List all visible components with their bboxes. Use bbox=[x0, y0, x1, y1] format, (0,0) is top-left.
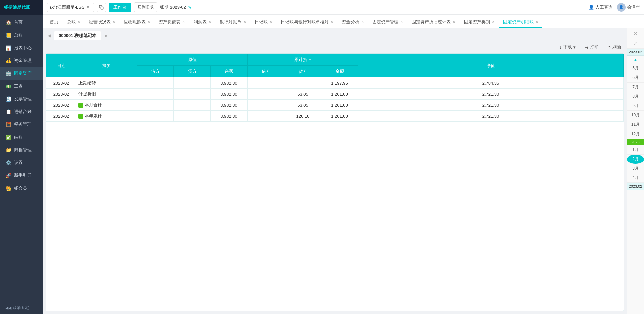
sidebar-label-3: 资金管理 bbox=[14, 58, 32, 64]
tab-总账[interactable]: 总账× bbox=[63, 17, 84, 28]
cell-net-value-2: 2,721.30 bbox=[358, 100, 624, 111]
tab-首页[interactable]: 首页 bbox=[46, 17, 62, 28]
right-panel-month-9[interactable]: 1月 bbox=[627, 145, 644, 155]
tab-应收账龄表[interactable]: 应收账龄表× bbox=[120, 17, 154, 28]
cell-orig-debit-0 bbox=[137, 77, 174, 89]
cell-orig-debit-2 bbox=[137, 100, 174, 111]
sidebar-item-归档管理[interactable]: 📁归档管理 bbox=[0, 144, 43, 156]
refresh-btn[interactable]: ↺ 刷新 bbox=[605, 43, 624, 51]
tab-close-8[interactable]: × bbox=[331, 20, 333, 24]
tab-close-11[interactable]: × bbox=[453, 20, 455, 24]
right-panel-scroll-up-btn[interactable]: ▲ bbox=[627, 56, 644, 64]
sidebar-icon-6: 🧾 bbox=[5, 96, 11, 102]
user-name: 徐泽华 bbox=[627, 4, 640, 10]
download-btn[interactable]: ↓ 下载 ▾ bbox=[557, 43, 579, 51]
right-panel-year-top[interactable]: 2023.02 bbox=[627, 49, 644, 56]
tab-close-10[interactable]: × bbox=[400, 20, 403, 24]
copy-icon-btn[interactable] bbox=[97, 3, 106, 12]
header-service-btn[interactable]: 👤 人工客询 bbox=[589, 4, 613, 10]
sidebar-collapse-btn[interactable]: ◀◀ 取消固定 bbox=[0, 302, 43, 314]
sub-tab-next-btn[interactable]: ▶ bbox=[103, 32, 109, 39]
tab-固定资产折旧统计表[interactable]: 固定资产折旧统计表× bbox=[408, 17, 459, 28]
cell-date-3: 2023-02 bbox=[46, 111, 76, 122]
sidebar-item-新手引导[interactable]: 🚀新手引导 bbox=[0, 169, 43, 182]
tab-日记账[interactable]: 日记账× bbox=[251, 17, 276, 28]
sidebar-item-固定资产[interactable]: 🏢固定资产 bbox=[0, 67, 43, 80]
right-panel-month-11[interactable]: 3月 bbox=[627, 164, 644, 173]
sub-tab-prev-btn[interactable]: ◀ bbox=[46, 32, 52, 39]
sidebar-icon-1: 📒 bbox=[5, 32, 11, 38]
sidebar-icon-12: 🚀 bbox=[5, 172, 11, 178]
tab-银行对账单[interactable]: 银行对账单× bbox=[216, 17, 250, 28]
sub-tab-item[interactable]: 000001 联想笔记本 bbox=[54, 31, 101, 40]
cell-date-2: 2023-02 bbox=[46, 100, 76, 111]
right-panel-month-6[interactable]: 11月 bbox=[627, 120, 644, 129]
badge-icon-3 bbox=[78, 114, 83, 119]
tab-资金分析[interactable]: 资金分析× bbox=[338, 17, 368, 28]
right-panel-month-3[interactable]: 8月 bbox=[627, 92, 644, 101]
col-orig-balance: 余额 bbox=[211, 66, 248, 77]
tab-label-3: 应收账龄表 bbox=[124, 19, 146, 25]
tab-close-4[interactable]: × bbox=[182, 20, 185, 24]
right-panel-month-0[interactable]: 5月 bbox=[627, 64, 644, 73]
right-panel-month-5[interactable]: 10月 bbox=[627, 111, 644, 120]
tab-固定资产类别[interactable]: 固定资产类别× bbox=[460, 17, 498, 28]
tab-close-9[interactable]: × bbox=[361, 20, 364, 24]
period-edit-icon[interactable]: ✎ bbox=[187, 5, 192, 10]
sidebar-item-总账[interactable]: 📒总账 bbox=[0, 29, 43, 42]
right-panel-year-bottom[interactable]: 2023.02 bbox=[627, 183, 644, 190]
sidebar-label-10: 归档管理 bbox=[14, 147, 32, 153]
tab-资产负债表[interactable]: 资产负债表× bbox=[155, 17, 189, 28]
sidebar-item-首页[interactable]: 🏠首页 bbox=[0, 16, 43, 29]
cell-net-value-3: 2,721.30 bbox=[358, 111, 624, 122]
tab-close-1[interactable]: × bbox=[78, 20, 80, 24]
expand-right-panel-btn[interactable]: ⤢ bbox=[627, 39, 644, 49]
right-panel-year-badge-8[interactable]: 2023 bbox=[627, 139, 644, 145]
tab-close-5[interactable]: × bbox=[209, 20, 211, 24]
right-panel-month-active[interactable]: 2月 bbox=[627, 155, 644, 164]
sidebar-item-税务管理[interactable]: 🧮税务管理 bbox=[0, 118, 43, 131]
cell-orig-credit-0 bbox=[174, 77, 211, 89]
table-row: 2023-02 本月合计 3,982.30 63.05 1,261.00 2,7… bbox=[46, 100, 624, 111]
cell-dep-debit-0 bbox=[248, 77, 284, 89]
service-icon: 👤 bbox=[589, 5, 594, 10]
company-selector[interactable]: (劝)江西服星-LSS ▼ bbox=[47, 3, 94, 12]
close-right-panel-btn[interactable]: ✕ bbox=[627, 28, 644, 39]
tab-固定资产明细账[interactable]: 固定资产明细账× bbox=[499, 17, 542, 28]
sidebar-item-进销台账[interactable]: 📋进销台账 bbox=[0, 105, 43, 118]
right-panel-month-1[interactable]: 6月 bbox=[627, 73, 644, 83]
right-panel-month-4[interactable]: 9月 bbox=[627, 101, 644, 111]
sidebar-item-畅会员[interactable]: 👑畅会员 bbox=[0, 182, 43, 195]
cell-orig-balance-2: 3,982.30 bbox=[211, 100, 248, 111]
tab-close-2[interactable]: × bbox=[113, 20, 115, 24]
tab-利润表[interactable]: 利润表× bbox=[190, 17, 215, 28]
tab-close-3[interactable]: × bbox=[148, 20, 150, 24]
sidebar-item-工资[interactable]: 💵工资 bbox=[0, 80, 43, 93]
tab-close-13[interactable]: × bbox=[536, 20, 538, 24]
tab-close-6[interactable]: × bbox=[244, 20, 246, 24]
sidebar-item-发票管理[interactable]: 🧾发票管理 bbox=[0, 93, 43, 105]
badge-icon-2 bbox=[78, 103, 83, 108]
right-panel-month-7[interactable]: 12月 bbox=[627, 129, 644, 139]
sidebar-item-设置[interactable]: ⚙️设置 bbox=[0, 156, 43, 169]
header-user-btn[interactable]: 👤 徐泽华 bbox=[617, 3, 640, 12]
sidebar-item-报表中心[interactable]: 📊报表中心 bbox=[0, 42, 43, 54]
tab-日记账与银行对账单核对[interactable]: 日记账与银行对账单核对× bbox=[277, 17, 337, 28]
right-panel-month-12[interactable]: 4月 bbox=[627, 173, 644, 183]
tab-close-7[interactable]: × bbox=[270, 20, 272, 24]
col-date: 日期 bbox=[46, 54, 76, 77]
workbench-button[interactable]: 工作台 bbox=[109, 3, 131, 12]
sidebar-item-结账[interactable]: ✅结账 bbox=[0, 131, 43, 144]
table-row: 2023-02 本年累计 3,982.30 126.10 1,261.00 2,… bbox=[46, 111, 624, 122]
cell-orig-balance-1: 3,982.30 bbox=[211, 89, 248, 100]
sidebar-item-资金管理[interactable]: 💰资金管理 bbox=[0, 54, 43, 67]
sidebar-icon-0: 🏠 bbox=[5, 19, 11, 25]
tab-固定资产管理[interactable]: 固定资产管理× bbox=[368, 17, 407, 28]
switch-old-button[interactable]: 切到旧版 bbox=[134, 2, 157, 12]
tab-close-12[interactable]: × bbox=[492, 20, 494, 24]
tab-经营状况表[interactable]: 经营状况表× bbox=[85, 17, 119, 28]
right-panel-month-2[interactable]: 7月 bbox=[627, 83, 644, 92]
col-orig-debit: 借方 bbox=[137, 66, 174, 77]
print-btn[interactable]: 🖨 打印 bbox=[582, 43, 601, 51]
cell-orig-debit-3 bbox=[137, 111, 174, 122]
